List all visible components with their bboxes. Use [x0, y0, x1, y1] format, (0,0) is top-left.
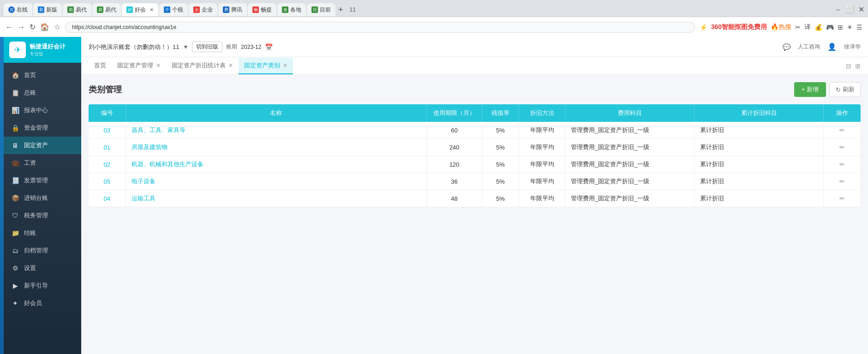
logo-title: 畅捷通好会计 — [30, 42, 66, 51]
search-label: 360智能抠图免费用 — [711, 23, 767, 31]
sidebar-item-ledger[interactable]: 📋 总账 — [4, 84, 81, 102]
action-buttons: + 新增 ↻ 刷新 — [794, 82, 861, 97]
refresh-button[interactable]: ↻ 刷新 — [830, 82, 861, 97]
sidebar-item-invoice[interactable]: 🧾 发票管理 — [4, 172, 81, 189]
browser-tab-2[interactable]: 易 易代 — [63, 3, 91, 16]
new-tab-button[interactable]: + — [336, 5, 345, 15]
period-label: 账期 — [226, 43, 237, 51]
cell-method-1: 年限平均 — [519, 139, 565, 156]
minimize-button[interactable]: － — [834, 5, 842, 15]
th-acc: 累计折旧科目 — [694, 104, 824, 122]
edit-icon-0[interactable]: ✏ — [839, 126, 845, 134]
menu-icon[interactable]: ☰ — [856, 24, 862, 31]
maximize-button[interactable]: ⬜ — [845, 5, 855, 15]
back-button[interactable]: ← — [6, 23, 13, 31]
sidebar-item-salary[interactable]: 💼 工资 — [4, 154, 81, 172]
sidebar-item-home[interactable]: 🏠 首页 — [4, 66, 81, 84]
browser-tab-9[interactable]: 各 各地 — [277, 3, 306, 16]
game-icon: 🎮 — [826, 24, 834, 31]
sidebar-item-inventory[interactable]: 📦 进销台账 — [4, 189, 81, 207]
sidebar-item-fixed-assets[interactable]: 🖥 固定资产 — [4, 137, 81, 154]
edit-icon-1[interactable]: ✏ — [839, 144, 845, 151]
tab-expand-icon[interactable]: ⊞ — [855, 62, 861, 70]
cell-action-2[interactable]: ✏ — [824, 156, 861, 173]
main-content: 刘小艳演示账套（勿删勿动！）11 ▼ 切到旧版 账期 2023-12 📅 💬 人… — [81, 37, 868, 354]
cell-cost-3: 管理费用_固定资产折旧_一级 — [565, 173, 694, 190]
sidebar-item-member[interactable]: ✦ 好会员 — [4, 294, 81, 312]
cell-action-3[interactable]: ✏ — [824, 173, 861, 190]
tab-minimize-icon[interactable]: ⊟ — [846, 62, 851, 70]
cell-method-3: 年限平均 — [519, 173, 565, 190]
edit-icon-3[interactable]: ✏ — [839, 178, 845, 185]
tab-favicon-9: 各 — [282, 6, 288, 13]
cell-action-1[interactable]: ✏ — [824, 139, 861, 156]
extensions-icon: ⚡ — [700, 24, 707, 31]
cell-rate-4: 5% — [482, 190, 519, 207]
account-dropdown-icon[interactable]: ▼ — [183, 44, 188, 50]
tab-close-4[interactable]: ✕ — [150, 7, 154, 13]
sidebar-item-closing[interactable]: 📁 结账 — [4, 224, 81, 242]
th-cost: 费用科目 — [565, 104, 694, 122]
settings-icon[interactable]: ☀ — [847, 24, 853, 31]
sidebar-item-guide[interactable]: ▶ 新手引导 — [4, 277, 81, 294]
reload-button[interactable]: ↻ — [30, 23, 36, 31]
tab-favicon-2: 易 — [67, 6, 74, 13]
salary-icon: 💼 — [11, 159, 19, 167]
address-input[interactable] — [65, 22, 695, 33]
tab-fixed-mgmt-close[interactable]: ✕ — [156, 62, 161, 69]
sidebar-item-settings[interactable]: ⚙ 设置 — [4, 259, 81, 277]
cell-action-0[interactable]: ✏ — [824, 122, 861, 139]
bookmark-button[interactable]: ☆ — [54, 23, 60, 31]
page-title: 类别管理 — [89, 84, 122, 95]
address-bar: ← → ↻ 🏠 ☆ ⚡ 360智能抠图免费用 🔥热搜 ✂ 译 💰 🎮 ⊞ ☀ ☰ — [0, 17, 868, 37]
sidebar-label-settings: 设置 — [24, 264, 36, 272]
archive-icon: 🗂 — [11, 247, 19, 254]
cell-acc-1: 累计折旧 — [694, 139, 824, 156]
sidebar-item-tax[interactable]: 🛡 税务管理 — [4, 207, 81, 224]
sidebar-item-reports[interactable]: 📊 报表中心 — [4, 102, 81, 119]
close-button[interactable]: ✕ — [858, 5, 864, 15]
tab-fixed-category-label: 固定资产类别 — [244, 61, 280, 70]
calendar-icon[interactable]: 📅 — [265, 43, 273, 51]
browser-tab-1[interactable]: 新 新版 — [33, 3, 62, 16]
closing-icon: 📁 — [11, 229, 19, 237]
edit-icon-4[interactable]: ✏ — [839, 195, 845, 202]
browser-tab-8[interactable]: 畅 畅提 — [248, 3, 276, 16]
forward-button[interactable]: → — [18, 23, 25, 31]
browser-tab-6[interactable]: 企 企业 — [189, 3, 217, 16]
top-bar-right: 💬 人工咨询 👤 徐泽华 — [783, 42, 861, 51]
tab-home[interactable]: 首页 — [89, 58, 112, 74]
sidebar-logo: ✈ 畅捷通好会计 专业版 — [4, 37, 81, 63]
tab-fixed-mgmt[interactable]: 固定资产管理 ✕ — [112, 58, 166, 74]
settings-sidebar-icon: ⚙ — [11, 264, 19, 272]
tab-controls: ⊟ ⊞ — [846, 62, 861, 70]
consult-label[interactable]: 人工咨询 — [798, 43, 820, 51]
tab-label-7: 腾讯 — [231, 6, 242, 14]
tab-fixed-stats[interactable]: 固定资产折旧统计表 ✕ — [166, 58, 239, 74]
browser-tab-5[interactable]: 个 个税 — [159, 3, 188, 16]
browser-tab-3[interactable]: 易 易代 — [92, 3, 121, 16]
tab-fixed-category-close[interactable]: ✕ — [283, 62, 287, 69]
browser-tab-10[interactable]: 目 目前 — [307, 3, 335, 16]
tab-fixed-stats-close[interactable]: ✕ — [228, 62, 233, 69]
browser-tab-4[interactable]: 好 好会 ✕ — [122, 3, 158, 16]
tab-fixed-mgmt-label: 固定资产管理 — [117, 61, 153, 70]
sidebar-label-guide: 新手引导 — [24, 282, 48, 290]
add-button[interactable]: + 新增 — [794, 82, 826, 97]
cell-rate-0: 5% — [482, 122, 519, 139]
browser-tab-0[interactable]: 在 在线 — [4, 3, 32, 16]
consult-icon: 💬 — [783, 43, 790, 51]
logo-subtitle: 专业版 — [30, 51, 66, 57]
switch-version-button[interactable]: 切到旧版 — [192, 42, 222, 52]
tab-favicon-4: 好 — [126, 6, 133, 13]
cell-action-4[interactable]: ✏ — [824, 190, 861, 207]
edit-icon-2[interactable]: ✏ — [839, 161, 845, 168]
refresh-icon: ↻ — [836, 86, 841, 93]
sidebar-item-finance[interactable]: 🔒 资金管理 — [4, 119, 81, 137]
cell-name-2: 机器、机械和其他生产设备 — [126, 156, 427, 173]
home-button[interactable]: 🏠 — [40, 23, 49, 31]
tab-fixed-category[interactable]: 固定资产类别 ✕ — [239, 58, 293, 74]
sidebar-item-archive[interactable]: 🗂 归档管理 — [4, 242, 81, 259]
tab-home-label: 首页 — [94, 61, 106, 70]
browser-tab-7[interactable]: 腾 腾讯 — [218, 3, 247, 16]
